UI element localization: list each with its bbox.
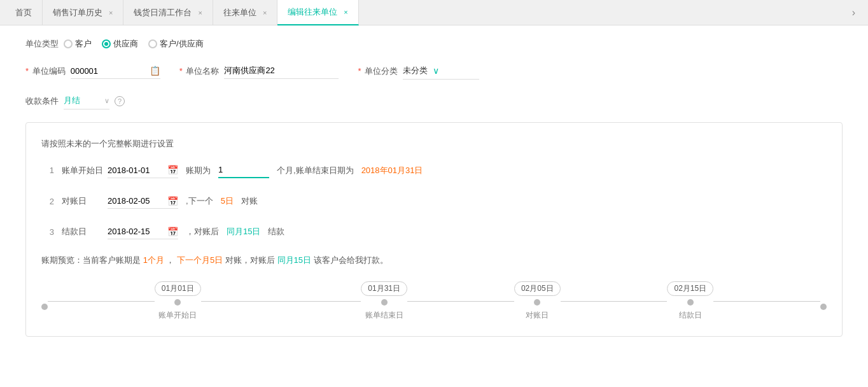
preview-sep1: ， [166,255,174,265]
billing-row-3-date-input[interactable] [108,224,165,239]
timeline-node-1: 01月01日 账单开始日 [155,281,201,321]
billing-row-2-num: 2 [41,197,54,206]
tab-sales-history-label: 销售订单历史 [53,7,102,18]
billing-row-2-date-input[interactable] [108,194,165,208]
payment-terms-help[interactable]: ? [115,96,125,106]
billing-row-2-desc-before: ,下一个 [186,195,213,207]
tabs-bar: 首页 销售订单历史 × 钱货日清工作台 × 往来单位 × 编辑往来单位 × › [0,0,868,25]
tab-partner-close[interactable]: × [263,9,267,17]
tab-edit-partner-label: 编辑往来单位 [288,6,337,18]
radio-both[interactable]: 客户/供应商 [148,38,204,50]
unit-code-required: * [25,66,29,76]
unit-name-required: * [179,66,183,76]
tab-cashier-label: 钱货日清工作台 [134,7,192,18]
unit-name-input[interactable] [224,64,339,79]
timeline-label-3: 02月05日 [514,281,561,296]
billing-row-3-desc-before: ，对账后 [186,226,219,237]
billing-row-1-num: 1 [41,165,54,175]
unit-category-chevron[interactable]: ∨ [433,66,439,76]
timeline-sublabel-4: 结款日 [679,310,702,321]
payment-terms-label: 收款条件 [25,95,59,107]
timeline-line-2 [201,301,361,302]
timeline-dot-3 [534,299,540,306]
preview-sep2: 对账，对账后 [225,255,275,265]
unit-code-group: * 单位编码 📋 [25,64,160,79]
billing-row-1: 1 账单开始日 📅 账期为 个月,账单结束日期为 2018年01月31日 [41,162,827,178]
tab-sales-history-close[interactable]: × [109,9,113,17]
billing-row-2-calendar-icon[interactable]: 📅 [167,196,178,206]
radio-supplier-circle [102,39,111,48]
panel-subtitle: 请按照未来的一个完整帐期进行设置 [41,138,827,150]
preview-part1: 1个月 [143,255,164,265]
timeline-sublabel-1: 账单开始日 [158,310,197,321]
tab-cashier-close[interactable]: × [198,9,202,17]
billing-row-3-calendar-icon[interactable]: 📅 [167,227,178,237]
billing-row-1-desc-before: 账期为 [186,165,211,176]
timeline-dot-4 [687,299,694,306]
billing-row-3-label: 结款日 [62,226,100,237]
billing-row-2: 2 对账日 📅 ,下一个 5日 对账 [41,194,827,209]
billing-row-1-label: 账单开始日 [62,165,100,176]
preview-sep3: 该客户会给我打款。 [314,255,388,265]
radio-supplier-label: 供应商 [113,38,138,50]
timeline-node-3: 02月05日 对账日 [514,281,561,321]
timeline-label-1: 01月01日 [155,281,201,296]
tab-edit-partner-close[interactable]: × [344,8,347,16]
payment-terms-group: 收款条件 月结 ∨ ? [25,92,125,109]
radio-customer-circle [64,39,73,48]
unit-code-icon[interactable]: 📋 [150,66,160,76]
timeline-node-2: 01月31日 账单结束日 [361,281,407,321]
radio-supplier[interactable]: 供应商 [102,38,138,50]
tab-partner-label: 往来单位 [223,7,256,18]
preview-label: 账期预览：当前客户账期是 [41,255,141,265]
timeline-end-dot [820,304,827,310]
page-content: 单位类型 客户 供应商 客户/供应商 * 单位编码 [0,25,868,387]
timeline-wrapper: 01月01日 账单开始日 01月31日 账单结束日 02月05日 对账日 02月… [41,281,827,321]
unit-category-required: * [358,66,361,76]
billing-panel: 请按照未来的一个完整帐期进行设置 1 账单开始日 📅 账期为 个月,账单结束日期… [25,122,843,337]
billing-row-1-desc-after: 个月,账单结束日期为 [277,165,354,176]
billing-row-1-date-input[interactable] [108,163,165,178]
timeline-dot-1 [174,299,181,306]
billing-row-3-num: 3 [41,227,54,237]
unit-category-value: 未分类 [403,62,428,79]
timeline-line-1 [48,301,155,302]
billing-row-1-date-wrapper: 📅 [108,163,178,178]
radio-customer[interactable]: 客户 [64,38,92,50]
unit-type-label: 单位类型 [25,38,59,50]
preview-text: 账期预览：当前客户账期是 1个月 ， 下一个月5日 对账，对账后 同月15日 该… [41,255,827,266]
tab-edit-partner[interactable]: 编辑往来单位 × [277,0,358,25]
preview-part3: 同月15日 [277,255,311,265]
payment-terms-chevron[interactable]: ∨ [104,97,109,105]
billing-row-2-highlight1: 5日 [221,195,234,207]
unit-code-input[interactable] [71,64,147,78]
payment-terms-value: 月结 [64,92,102,109]
unit-type-row: 单位类型 客户 供应商 客户/供应商 [25,38,843,50]
timeline-dot-2 [381,299,388,306]
billing-row-1-calendar-icon[interactable]: 📅 [167,165,178,175]
billing-row-3-date-wrapper: 📅 [108,224,178,239]
timeline-node-4: 02月15日 结款日 [667,281,713,321]
billing-row-1-highlight: 2018年01月31日 [361,165,423,176]
unit-category-select[interactable]: 未分类 ∨ [403,62,479,80]
tab-cashier[interactable]: 钱货日清工作台 × [123,0,213,25]
radio-both-circle [148,39,157,48]
unit-category-label: * 单位分类 [358,66,398,77]
timeline-label-2: 01月31日 [361,281,407,296]
timeline-line-4 [561,301,668,302]
tab-home-label: 首页 [15,7,32,18]
tab-partner[interactable]: 往来单位 × [213,0,277,25]
timeline-line-5 [713,301,820,302]
billing-row-2-label: 对账日 [62,195,100,207]
timeline-start-dot [41,304,48,310]
tab-home[interactable]: 首页 [5,0,43,25]
billing-period-input[interactable] [218,162,269,178]
payment-terms-select[interactable]: 月结 ∨ [64,92,109,109]
tab-expand-button[interactable]: › [844,7,863,18]
billing-row-3: 3 结款日 📅 ，对账后 同月15日 结款 [41,224,827,239]
unit-type-group: 单位类型 客户 供应商 客户/供应商 [25,38,204,50]
payment-terms-row: 收款条件 月结 ∨ ? [25,92,843,109]
timeline-sublabel-3: 对账日 [526,310,549,321]
unit-name-group: * 单位名称 [179,64,339,79]
tab-sales-history[interactable]: 销售订单历史 × [43,0,123,25]
